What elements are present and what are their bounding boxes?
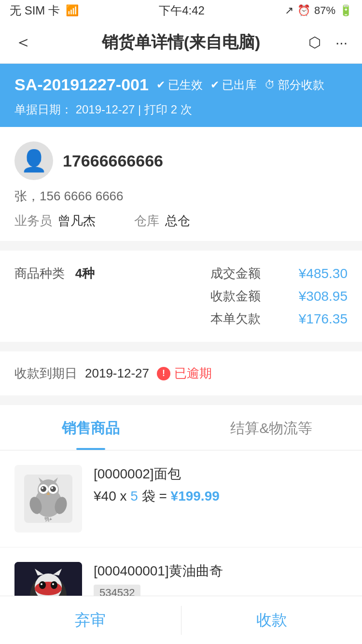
status-right: ↗ ⏰ 87% 🔋: [285, 4, 352, 17]
list-item: 鸮+ [0000002]面包 ¥40 x 5 袋 = ¥199.99: [0, 450, 362, 547]
badge-shipped: ✔ 已出库: [210, 77, 257, 93]
sales-person-label: 业务员: [14, 212, 52, 229]
product-image-bread: 鸮+: [14, 465, 82, 532]
due-section: 收款到期日 2019-12-27 ! 已逾期: [0, 351, 362, 395]
customer-id: 17666666666: [63, 152, 163, 170]
due-label: 收款到期日: [14, 365, 77, 382]
tab-settlement[interactable]: 结算&物流等: [181, 405, 362, 450]
bottom-bar: 弃审 收款: [0, 596, 362, 644]
overdue-label: 已逾期: [174, 365, 212, 382]
customer-meta: 业务员 曾凡杰 仓库 总仓: [14, 212, 348, 229]
badge-effective: ✔ 已生效: [156, 77, 203, 93]
summary-right: 成交金额 ¥485.30 收款金额 ¥308.95 本单欠款 ¥176.35: [210, 265, 348, 327]
received-value: ¥308.95: [270, 289, 348, 304]
owed-value: ¥176.35: [270, 311, 348, 327]
svg-point-7: [50, 486, 56, 492]
carrier-label: 无 SIM 卡: [10, 3, 60, 18]
warehouse-label: 仓库: [134, 212, 159, 229]
received-label: 收款金额: [210, 288, 261, 305]
owed-label: 本单欠款: [210, 310, 261, 327]
product-total-bread: ¥199.99: [171, 489, 220, 504]
owl-svg: 鸮+: [24, 475, 72, 523]
deal-label: 成交金额: [210, 265, 261, 282]
deal-value: ¥485.30: [270, 266, 348, 281]
customer-sub-info: 张，156 6666 6666: [14, 188, 348, 205]
svg-point-5: [42, 487, 43, 489]
warehouse-value: 总仓: [165, 212, 190, 229]
alarm-icon: ⏰: [297, 4, 310, 17]
customer-section: 👤 17666666666 张，156 6666 6666 业务员 曾凡杰 仓库…: [0, 127, 362, 241]
product-info-bread: [0000002]面包 ¥40 x 5 袋 = ¥199.99: [94, 465, 348, 505]
status-bar: 无 SIM 卡 📶 下午4:42 ↗ ⏰ 87% 🔋: [0, 0, 362, 21]
date-prefix: 单据日期：: [14, 103, 72, 116]
nav-right-actions: ⬡ ···: [308, 34, 348, 51]
tab-underline: [76, 448, 105, 450]
tab-sales-products[interactable]: 销售商品: [0, 405, 181, 450]
print-count: | 打印 2 次: [138, 103, 192, 116]
order-date-row: 单据日期： 2019-12-27 | 打印 2 次: [14, 102, 348, 117]
tabs: 销售商品 结算&物流等: [0, 405, 362, 450]
badge-effective-label: 已生效: [168, 77, 203, 93]
status-left: 无 SIM 卡 📶: [10, 3, 79, 18]
customer-row: 👤 17666666666: [14, 141, 348, 180]
product-price-bread: ¥40 x 5 袋 = ¥199.99: [94, 487, 348, 505]
wifi-icon: 📶: [66, 4, 79, 17]
badge-shipped-label: 已出库: [222, 77, 257, 93]
category-count: 4种: [75, 266, 95, 280]
summary-row-received: 收款金额 ¥308.95: [210, 288, 348, 305]
tab-sales-label: 销售商品: [62, 420, 120, 436]
summary-left: 商品种类 4种: [14, 265, 95, 282]
order-header: SA-20191227-001 ✔ 已生效 ✔ 已出库 ⏱ 部分收款 单据日期：…: [0, 64, 362, 127]
status-time: 下午4:42: [159, 3, 205, 18]
status-badges: ✔ 已生效 ✔ 已出库 ⏱ 部分收款: [156, 77, 324, 93]
category-label: 商品种类: [14, 266, 65, 280]
avatar-icon: 👤: [21, 148, 47, 173]
badge-partial-label: 部分收款: [278, 77, 324, 93]
avatar: 👤: [14, 141, 53, 180]
summary-row-owed: 本单欠款 ¥176.35: [210, 310, 348, 327]
product-name-butter: [000400001]黄油曲奇: [94, 562, 348, 580]
svg-text:鸮+: 鸮+: [44, 517, 52, 522]
back-button[interactable]: ＜: [14, 26, 42, 59]
svg-point-22: [52, 583, 54, 585]
summary-row-deal: 成交金额 ¥485.30: [210, 265, 348, 282]
overdue-icon: !: [157, 367, 170, 380]
svg-point-8: [51, 487, 53, 489]
order-date: 2019-12-27: [76, 103, 135, 116]
nav-bar: ＜ 销货单详情(来自电脑) ⬡ ···: [0, 21, 362, 64]
more-icon[interactable]: ···: [335, 34, 348, 51]
svg-point-18: [35, 582, 62, 595]
battery-icon: 🔋: [339, 4, 352, 17]
svg-point-21: [41, 583, 42, 585]
check-icon-1: ✔: [156, 79, 165, 91]
sales-person-item: 业务员 曾凡杰: [14, 212, 96, 229]
page-title: 销货单详情(来自电脑): [102, 31, 261, 54]
due-date: 2019-12-27: [85, 366, 149, 381]
order-id: SA-20191227-001: [14, 75, 149, 94]
order-id-row: SA-20191227-001 ✔ 已生效 ✔ 已出库 ⏱ 部分收款: [14, 75, 348, 94]
location-icon: ↗: [285, 4, 293, 17]
clock-icon: ⏱: [265, 79, 275, 91]
badge-partial: ⏱ 部分收款: [265, 77, 324, 93]
confirm-button[interactable]: 收款: [181, 600, 362, 641]
check-icon-2: ✔: [210, 79, 219, 91]
battery-label: 87%: [314, 4, 335, 17]
product-qty-bread: 5: [130, 489, 138, 504]
overdue-badge: ! 已逾期: [157, 365, 212, 382]
svg-point-20: [51, 581, 57, 589]
sales-person-value: 曾凡杰: [58, 212, 96, 229]
cancel-button[interactable]: 弃审: [0, 600, 181, 641]
summary-section: 商品种类 4种 成交金额 ¥485.30 收款金额 ¥308.95 本单欠款 ¥…: [0, 251, 362, 342]
svg-point-19: [39, 581, 46, 589]
share-icon[interactable]: ⬡: [308, 34, 321, 51]
warehouse-item: 仓库 总仓: [134, 212, 190, 229]
product-name-bread: [0000002]面包: [94, 465, 348, 483]
svg-point-4: [41, 486, 46, 492]
tabs-section: 销售商品 结算&物流等: [0, 405, 362, 450]
tab-settlement-label: 结算&物流等: [230, 420, 312, 436]
